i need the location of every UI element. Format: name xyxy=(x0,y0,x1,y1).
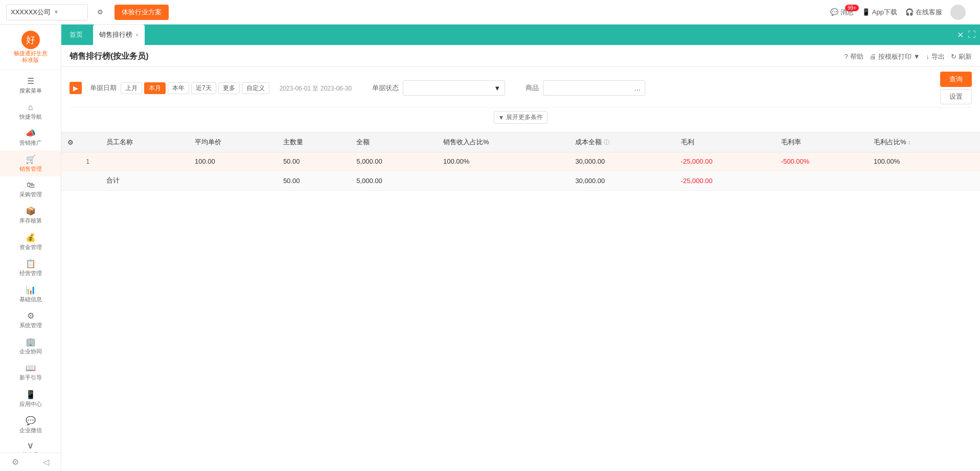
sidebar-item-wechat[interactable]: 💬 企业微信 xyxy=(0,412,61,438)
sidebar-item-guide[interactable]: 📖 新手引导 xyxy=(0,359,61,385)
enterprise-icon: 🏢 xyxy=(26,337,36,347)
print-button[interactable]: 🖨 按模板打印 ▼ xyxy=(870,52,920,61)
sidebar-item-marketing[interactable]: 📣 营销推广 xyxy=(0,124,61,150)
settings-button[interactable]: 设置 xyxy=(940,89,972,104)
sidebar-enterprise-label: 企业协同 xyxy=(19,348,42,355)
refresh-button[interactable]: ↻ 刷新 xyxy=(951,52,972,61)
footer-sales-pct xyxy=(437,171,569,191)
date-btn-custom[interactable]: 自定义 xyxy=(242,82,269,94)
query-actions: 查询 设置 xyxy=(940,72,972,104)
date-btn-more[interactable]: 更多 xyxy=(218,82,240,94)
sidebar-item-enterprise[interactable]: 🏢 企业协同 xyxy=(0,333,61,359)
table-footer-row: 合计 50.00 5,000.00 30,000.00 -25,000.00 xyxy=(61,171,980,191)
maximize-icon[interactable]: ⛶ xyxy=(968,30,976,39)
headset-icon: 🎧 xyxy=(905,8,914,16)
home-icon: ⌂ xyxy=(28,103,33,112)
trial-button[interactable]: 体验行业方案 xyxy=(115,5,169,20)
tab-close-icon[interactable]: × xyxy=(135,32,139,38)
date-range-text: 2023-06-01 至 2023-06-30 xyxy=(280,84,352,93)
help-icon: ? xyxy=(844,53,848,60)
sidebar-item-finance[interactable]: 💰 资金管理 xyxy=(0,229,61,255)
expand-more-label: 展开更多条件 xyxy=(506,113,543,122)
expand-more-conditions-btn[interactable]: ▼ 展开更多条件 xyxy=(494,111,548,124)
date-btn-last-month[interactable]: 上月 xyxy=(121,82,142,94)
tab-sales-label: 销售排行榜 xyxy=(99,30,132,39)
tab-home[interactable]: 首页 xyxy=(61,25,91,45)
sidebar-item-member[interactable]: V 畅会员 xyxy=(0,438,61,453)
query-button[interactable]: 查询 xyxy=(940,72,972,87)
th-settings[interactable]: ⚙ xyxy=(61,132,80,152)
th-name: 员工名称 xyxy=(100,132,189,152)
date-btn-this-month[interactable]: 本月 xyxy=(144,82,166,94)
th-gross-rate: 毛利率 xyxy=(775,132,868,152)
th-gross-pct: 毛利占比% ↕ xyxy=(868,132,980,152)
date-filter-group: 单据日期 上月 本月 本年 近7天 更多 自定义 xyxy=(90,82,269,94)
td-main-qty: 50.00 xyxy=(277,152,350,171)
sidebar-item-app-center[interactable]: 📱 应用中心 xyxy=(0,386,61,412)
wechat-icon: 💬 xyxy=(26,416,36,425)
online-service-button[interactable]: 🎧 在线客服 xyxy=(905,8,942,17)
page-actions: ? 帮助 🖨 按模板打印 ▼ ↓ 导出 ↻ xyxy=(844,52,972,61)
filter-expand-btn[interactable]: ▶ xyxy=(70,82,82,94)
th-cost-amt: 成本全额 ⓘ xyxy=(569,132,674,152)
more-filter-row: ▼ 展开更多条件 xyxy=(70,107,972,127)
td-avg-price: 100.00 xyxy=(189,152,277,171)
user-avatar[interactable] xyxy=(950,5,966,20)
date-btn-this-year[interactable]: 本年 xyxy=(168,82,189,94)
help-label: 帮助 xyxy=(850,52,863,61)
sidebar-item-purchase[interactable]: 🛍 采购管理 xyxy=(0,176,61,202)
message-badge: 99+ xyxy=(845,5,859,11)
td-gross-profit: -25,000.00 xyxy=(675,152,775,171)
th-main-qty: 主数量 xyxy=(277,132,350,152)
td-amount: 5,000.00 xyxy=(350,152,437,171)
purchase-icon: 🛍 xyxy=(27,181,35,190)
sidebar-item-basic-info[interactable]: 📊 基础信息 xyxy=(0,281,61,307)
footer-gross-rate xyxy=(775,171,868,191)
sidebar-item-sales[interactable]: 🛒 销售管理 xyxy=(0,150,61,176)
member-icon: V xyxy=(28,442,33,450)
goods-filter-label: 商品 xyxy=(526,83,539,93)
sidebar-item-system[interactable]: ⚙ 系统管理 xyxy=(0,307,61,333)
gross-pct-label: 毛利占比% xyxy=(874,138,906,146)
page-header: 销售排行榜(按业务员) ? 帮助 🖨 按模板打印 ▼ ↓ xyxy=(61,45,980,66)
company-selector[interactable]: XXXXXX公司 ▼ xyxy=(6,4,88,20)
td-gross-pct: 100.00% xyxy=(868,152,980,171)
sidebar-item-quick-nav[interactable]: ⌂ 快捷导航 xyxy=(0,99,61,124)
sidebar-menu: ☰ 搜索菜单 ⌂ 快捷导航 📣 营销推广 🛒 销售管理 🛍 采购管理 xyxy=(0,70,61,453)
sidebar-item-inventory[interactable]: 📦 库存核算 xyxy=(0,202,61,228)
logo-text: 畅捷通好生意标准版 xyxy=(14,50,48,63)
sidebar-wechat-label: 企业微信 xyxy=(19,427,42,434)
sidebar-marketing-label: 营销推广 xyxy=(19,140,42,146)
collapse-icon[interactable]: ◁ xyxy=(43,457,49,467)
app-center-icon: 📱 xyxy=(26,390,36,399)
top-right-actions: 💬 消息 99+ 📱 App下载 🎧 在线客服 xyxy=(830,5,974,20)
sidebar-item-operations[interactable]: 📋 经营管理 xyxy=(0,255,61,281)
td-cost-amt: 30,000.00 xyxy=(569,152,674,171)
td-gross-rate: -500.00% xyxy=(775,152,868,171)
status-filter-label: 单据状态 xyxy=(372,83,399,93)
close-window-icon[interactable]: ✕ xyxy=(957,30,964,40)
search-order-icon: ☰ xyxy=(27,76,34,86)
app-download-button[interactable]: 📱 App下载 xyxy=(862,8,897,17)
sidebar-item-search-order[interactable]: ☰ 搜索菜单 xyxy=(0,72,61,98)
settings-icon-btn[interactable]: ⚙ xyxy=(92,4,108,20)
date-btn-7days[interactable]: 近7天 xyxy=(191,82,216,94)
chevron-down-more-icon: ▼ xyxy=(498,114,505,121)
status-select[interactable]: ▼ xyxy=(403,80,505,96)
td-settings xyxy=(61,152,80,171)
app-download-label: App下载 xyxy=(872,8,897,17)
print-dropdown-icon: ▼ xyxy=(914,53,920,60)
help-button[interactable]: ? 帮助 xyxy=(844,52,863,61)
basic-info-icon: 📊 xyxy=(26,285,36,295)
guide-icon: 📖 xyxy=(26,363,36,373)
tab-sales-ranking[interactable]: 销售排行榜 × xyxy=(93,25,145,45)
gross-pct-sort-icon[interactable]: ↕ xyxy=(908,139,911,145)
export-button[interactable]: ↓ 导出 xyxy=(926,52,945,61)
sidebar-guide-label: 新手引导 xyxy=(19,374,42,381)
sidebar-purchase-label: 采购管理 xyxy=(19,191,42,198)
goods-select[interactable]: … xyxy=(543,80,645,96)
message-button[interactable]: 💬 消息 99+ xyxy=(830,8,854,17)
refresh-icon: ↻ xyxy=(951,53,956,60)
settings-bottom-icon[interactable]: ⚙ xyxy=(12,457,19,467)
status-filter-group: 单据状态 ▼ xyxy=(372,80,505,96)
